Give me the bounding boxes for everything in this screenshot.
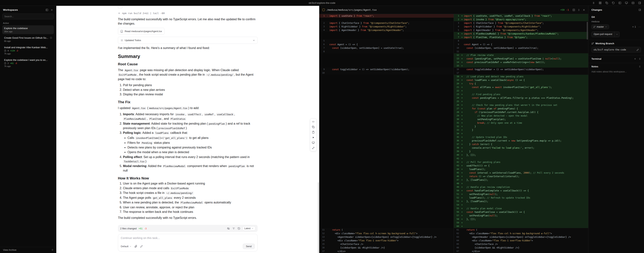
diff-line: 39+ } <box>454 150 588 153</box>
workspace-item[interactable]: Create Good First Issues on Github So...… <box>2 35 54 44</box>
diff-line <box>319 57 454 60</box>
updated-todos-chip[interactable]: Updated Todos <box>118 37 258 44</box>
diff-line: 67 </div> <box>454 250 588 253</box>
version-selector[interactable]: Latest <box>242 226 255 230</box>
rotate-icon[interactable] <box>612 2 615 4</box>
changes-title: Changes <box>592 8 602 11</box>
send-button[interactable]: Send <box>243 244 255 249</box>
panel-right-icon[interactable] <box>638 9 641 11</box>
copy-icon[interactable] <box>605 2 608 4</box>
message-composer[interactable]: Default Send <box>118 234 258 252</box>
list-item: State management: Added state for tracki… <box>123 122 258 130</box>
list-item: The hook script creates a file in ~/.med… <box>123 191 258 195</box>
collapse-icon[interactable] <box>311 119 316 124</box>
monitor-icon[interactable] <box>311 140 316 145</box>
deletions-count: -2 <box>16 50 18 52</box>
pause-icon[interactable] <box>592 2 595 4</box>
panel-left-icon[interactable] <box>46 9 48 11</box>
floating-toolbar <box>310 118 316 151</box>
rows-icon[interactable] <box>632 2 634 4</box>
changes-status-bar[interactable]: 2 files changed +61 -3 Latest <box>118 225 258 232</box>
workspace-item[interactable]: Explore the codebase35m ago <box>2 25 54 34</box>
diff-line: 17 <box>454 71 588 75</box>
chevron-down-icon[interactable] <box>614 32 620 37</box>
plus-icon[interactable] <box>50 9 53 11</box>
diff-scrollbar[interactable] <box>587 22 588 40</box>
history-icon[interactable] <box>238 227 240 230</box>
branch-selector[interactable]: master <box>592 24 609 29</box>
unfold-icon[interactable] <box>578 9 580 11</box>
copy-icon[interactable] <box>311 124 316 129</box>
diff-line: 7+import { PlanItem, PlanStatus } from "… <box>454 36 588 39</box>
play-icon[interactable] <box>311 135 316 140</box>
pencil-icon[interactable] <box>636 48 639 51</box>
diff-line <box>319 157 454 160</box>
diff-line: 8 <box>454 39 588 42</box>
workspace-item[interactable]: Install and integrate Vibe Kanban Web...… <box>2 44 54 56</box>
composer-input[interactable] <box>121 236 255 240</box>
diff-line <box>319 214 454 217</box>
model-selector[interactable]: Default <box>121 245 132 248</box>
close-icon[interactable] <box>582 9 585 11</box>
compare-icon[interactable] <box>311 146 316 150</box>
diff-line <box>319 164 454 168</box>
list-item: Modal rendering: Added the PlanReviewMod… <box>123 164 258 173</box>
diff-line <box>319 114 454 118</box>
diff-additions: +59 <box>560 9 564 11</box>
list-item: The Agent page polls get_all_plans every… <box>123 196 258 200</box>
diff-line <box>319 75 454 78</box>
chat-scroll-area: npm run build 2>&1 | tail -80 The build … <box>56 6 319 225</box>
chat-panel: npm run build 2>&1 | tail -80 The build … <box>56 6 319 253</box>
more-options-icon[interactable] <box>638 26 641 28</box>
view-archive[interactable]: View Archive 0 <box>0 247 56 253</box>
unfold-icon[interactable] <box>638 65 641 68</box>
attachment-button[interactable] <box>134 245 137 248</box>
open-pull-request-button[interactable]: Open pull request <box>592 32 620 37</box>
diff-line: 13 <AgentHeader sidebarOpen={sidebarOpen… <box>319 235 454 239</box>
list-item: Detect when a new plan arrives <box>123 88 258 92</box>
diff-line <box>319 189 454 192</box>
clipboard-icon[interactable] <box>311 130 316 134</box>
monitor-icon[interactable] <box>625 2 628 4</box>
changes-sidebar: Changes Git medusa master 1 <box>588 6 644 253</box>
diff-line <box>319 124 454 128</box>
diff-line: 38+ console.error('Failed to load plans:… <box>454 146 588 150</box>
panel-left-icon[interactable] <box>618 2 621 4</box>
changes-header-actions <box>638 9 641 11</box>
columns-icon[interactable] <box>572 9 575 11</box>
filter-icon[interactable] <box>232 227 235 230</box>
diff-line: 2import { ChatInterface } from "@/compon… <box>319 21 454 25</box>
plus-icon[interactable] <box>634 58 636 60</box>
diff-line: 60+ <box>454 224 588 228</box>
diff-line <box>319 135 454 139</box>
diff-line: 42+ // Poll for pending plans <box>454 160 588 164</box>
read-file-chip[interactable]: Read medusa/src/pages/Agent.tsx <box>118 28 164 35</box>
workspace-time: 7h ago <box>4 52 52 55</box>
workspace-item[interactable]: Explore the codebase I want you to ex...… <box>2 57 54 69</box>
working-branch-label: Working Branch <box>595 42 614 45</box>
polling-logic-sublist: Calls invoke<PlanItem[]>('get_all_plans'… <box>123 136 258 154</box>
diff-line: 8 <box>319 50 454 53</box>
diff-line <box>319 110 454 114</box>
diff-line: 24+ const pendingPlans = allPlans.filter… <box>454 96 588 100</box>
terminal-command[interactable]: npm run build 2>&1 | tail -80 <box>118 11 258 16</box>
diff-line: 65 <ChatInterface /> <box>454 242 588 246</box>
workspace-list: Explore the codebase35m agoCreate Good F… <box>2 25 54 70</box>
eye-off-icon[interactable] <box>227 227 230 230</box>
diff-line <box>319 217 454 221</box>
grid-icon[interactable] <box>599 2 602 4</box>
diff-line <box>319 32 454 36</box>
chat-scrollbar[interactable] <box>318 182 319 253</box>
diff-line: 49+ // Handle plan review completion <box>454 185 588 189</box>
edit-button[interactable] <box>140 245 143 248</box>
sidebar-title: Workspaces <box>3 8 18 11</box>
panel-right-icon[interactable] <box>638 2 641 4</box>
search-input[interactable] <box>2 14 54 19</box>
unfold-icon[interactable] <box>638 58 641 60</box>
diff-deletions: -1 <box>566 9 569 11</box>
ahead-count: 1 <box>634 26 636 28</box>
diff-line <box>319 64 454 68</box>
working-branch-value[interactable]: vk/3ccf-explore-the-code <box>592 47 641 52</box>
archive-count: 0 <box>52 249 53 251</box>
diff-line: 59+ <box>454 221 588 224</box>
